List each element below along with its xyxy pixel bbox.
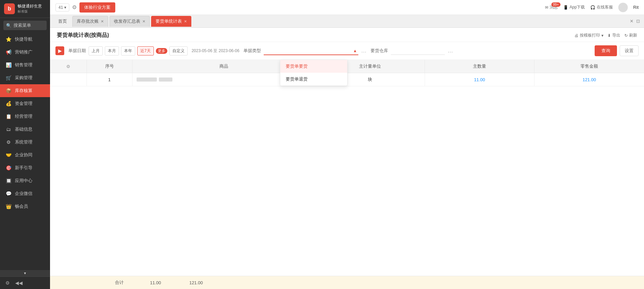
sidebar-item-member[interactable]: 👑 畅会员 [0,200,50,213]
date-week7-btn[interactable]: 近7天 [137,46,154,55]
store-selector[interactable]: 41 ▾ [55,3,69,12]
date-year-btn[interactable]: 本年 [121,46,135,55]
warehouse-filter: 要货仓库 … [371,47,453,55]
col-amount: 零售金额 [534,60,644,73]
user-name: Rit [633,5,639,10]
sidebar-item-inventory[interactable]: 📦 库存核算 [0,84,50,97]
sidebar-item-quick-nav[interactable]: ⭐ 快捷导航 [0,33,50,46]
qty-link[interactable]: 11.00 [474,77,485,82]
tab-receive-summary[interactable]: 收发存汇总表 ✕ [110,16,150,27]
product-placeholder-bar2 [159,77,172,82]
sidebar-item-appcenter[interactable]: 🔲 应用中心 [0,174,50,187]
dropdown-item-order[interactable]: 要货单要货 [280,60,347,73]
chevron-down-icon: ▾ [64,5,66,10]
message-button[interactable]: ✉ 消息 99+ [545,4,558,10]
type-dropdown-arrow-icon[interactable]: ▲ [353,48,357,53]
tab-maximize-icon[interactable]: ⊡ [636,19,640,24]
filter-toggle-button[interactable]: ▶ [55,46,64,55]
trial-button[interactable]: 体验行业方案 [79,2,115,13]
tabs-bar: 首页 库存批次账 ✕ 收发存汇总表 ✕ 要货单统计表 ✕ ✕ ⊡ [50,15,644,28]
quick-nav-icon: ⭐ [5,36,11,42]
filter-bar: ▶ 单据日期 上月 本月 本年 近7天 更多 自定义 2023-05-06 至 … [50,42,644,60]
dropdown-arrow-icon: ▾ [601,33,603,38]
service-button[interactable]: 🎧 在线客服 [590,4,613,10]
date-filter-label: 单据日期 [68,48,86,54]
product-placeholder-bar1 [137,77,157,82]
sidebar-item-basic[interactable]: 🗂 基础信息 [0,123,50,136]
sidebar-item-sales[interactable]: 📊 销售管理 [0,59,50,71]
logo-text: 畅捷通好生意 标准版 [18,4,42,14]
user-avatar[interactable] [618,3,628,12]
date-more-badge[interactable]: 更多 [156,48,167,54]
dropdown-item-return[interactable]: 要货单退货 [280,73,347,86]
warehouse-more-icon[interactable]: … [448,48,453,54]
topbar-settings-icon[interactable]: ⚙ [72,4,77,10]
footer-total-label: 合计 [115,280,124,285]
topbar-right: ✉ 消息 99+ 📱 App下载 🎧 在线客服 Rit [545,3,639,12]
sidebar-item-wechat[interactable]: 💬 企业微信 [0,187,50,200]
warehouse-input[interactable] [391,47,445,55]
sidebar-item-purchase[interactable]: 🛒 采购管理 [0,71,50,84]
tab-order-stats[interactable]: 要货单统计表 ✕ [151,16,191,27]
export-label: 导出 [612,32,620,38]
tab-home[interactable]: 首页 [54,16,71,27]
sidebar-item-finance[interactable]: 💰 资金管理 [0,97,50,110]
sidebar-label: 基础信息 [15,126,32,132]
type-filter-label: 单据类型 [243,48,261,54]
template-print-button[interactable]: 🖨 按模板打印 ▾ [574,32,603,38]
filter-settings-button[interactable]: 设置 [620,45,639,56]
table-settings-icon[interactable]: ⚙ [66,64,70,69]
tab-label: 收发存汇总表 [114,18,140,24]
finance-icon: 💰 [5,101,11,107]
type-dropdown: 要货单要货 要货单退货 [280,60,348,86]
sidebar-label: 企业协同 [15,152,32,158]
member-icon: 👑 [5,203,11,209]
app-download-button[interactable]: 📱 App下载 [563,4,585,10]
close-icon[interactable]: ✕ [142,19,145,24]
sidebar-label: 经营管理 [15,113,32,119]
sidebar-item-enterprise[interactable]: 🤝 企业协同 [0,149,50,161]
sidebar-label: 快捷导航 [15,36,32,42]
date-curr-btn[interactable]: 本月 [105,46,119,55]
type-input[interactable] [264,47,358,55]
page-title: 要货单统计表(按商品) [57,32,109,39]
table-footer: 合计 11.00 121.00 [50,276,644,289]
date-custom-btn[interactable]: 自定义 [169,46,188,55]
close-icon[interactable]: ✕ [184,19,187,24]
sidebar-item-marketing[interactable]: 📢 营销推广 [0,46,50,59]
enterprise-icon: 🤝 [5,152,11,158]
template-label: 按模板打印 [580,32,600,38]
topbar-left: 41 ▾ ⚙ 体验行业方案 [55,2,541,13]
settings-bottom-icon[interactable]: ⚙ [5,280,10,286]
date-prev-btn[interactable]: 上月 [89,46,103,55]
sidebar-label: 营销推广 [15,49,32,55]
guide-icon: 🎯 [5,165,11,171]
export-button[interactable]: ⬇ 导出 [607,32,620,38]
tab-inventory-batch[interactable]: 库存批次账 ✕ [72,16,108,27]
filter-actions: 查询 设置 [595,45,639,56]
search-label: 搜索菜单 [14,22,31,28]
sidebar-label: 采购管理 [15,75,32,81]
amount-link[interactable]: 121.00 [582,77,596,82]
warehouse-label: 要货仓库 [371,48,388,54]
sidebar-item-system[interactable]: ⚙ 系统管理 [0,136,50,149]
app-name: 畅捷通好生意 [18,4,42,9]
collapse-icon[interactable]: ◀◀ [15,280,23,286]
printer-icon: 🖨 [574,33,578,38]
sidebar-item-guide[interactable]: 🎯 新手引导 [0,161,50,174]
app-label: App下载 [570,4,585,10]
query-button[interactable]: 查询 [595,45,617,56]
search-menu[interactable]: 🔍 搜索菜单 [3,21,47,30]
sidebar-item-operations[interactable]: 📋 经营管理 [0,110,50,123]
tab-more-icon[interactable]: ✕ [630,19,634,24]
refresh-button[interactable]: ↻ 刷新 [624,32,637,38]
headset-icon: 🎧 [590,5,595,10]
type-more-icon[interactable]: … [361,48,366,54]
footer-label: 合计 [54,280,135,286]
main-area: 41 ▾ ⚙ 体验行业方案 ✉ 消息 99+ 📱 App下载 🎧 在线客服 Ri… [50,0,644,289]
close-icon[interactable]: ✕ [101,19,104,24]
wechat-icon: 💬 [5,191,11,197]
scroll-down-btn[interactable]: ▼ [0,270,50,276]
nav-list: ⭐ 快捷导航 📢 营销推广 📊 销售管理 🛒 采购管理 📦 库存核算 💰 资金管… [0,33,50,270]
phone-icon: 📱 [563,5,568,10]
